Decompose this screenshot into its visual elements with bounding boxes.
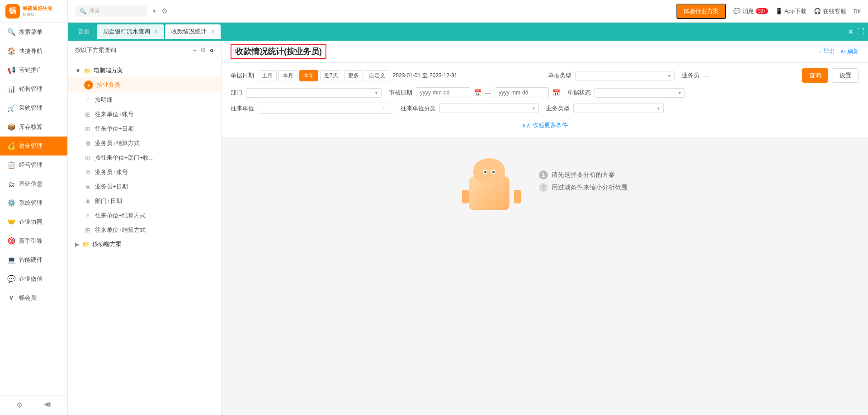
scheme-item-dept-date[interactable]: ◉ 部门+日期 bbox=[68, 194, 221, 208]
sidebar-item-hardware[interactable]: 💻 智能硬件 bbox=[0, 250, 67, 269]
tab-bank-flow[interactable]: 现金银行流水查询 × bbox=[97, 24, 164, 39]
grid-icon4: ⊞ bbox=[84, 226, 91, 234]
sidebar-item-member[interactable]: V 畅会员 bbox=[0, 288, 67, 307]
collapse-filter-btn[interactable]: ∧∧ 收起更多条件 bbox=[231, 118, 859, 132]
desktop-group-header[interactable]: ▼ 📁 电脑端方案 bbox=[68, 64, 221, 77]
query-button[interactable]: 查询 bbox=[802, 68, 828, 83]
tab-home[interactable]: 首页 bbox=[71, 24, 96, 39]
collapse-panel-btn[interactable]: « bbox=[210, 46, 214, 54]
sidebar-item-enterprise[interactable]: 🤝 企业协同 bbox=[0, 212, 67, 231]
user-name-btn[interactable]: Rit bbox=[854, 8, 861, 14]
sidebar-item-operation[interactable]: 📋 经营管理 bbox=[0, 156, 67, 174]
filter-row-3: 往来单位 ··· 往来单位分类 ▾ 业务类型 bbox=[231, 103, 859, 114]
app-download-btn[interactable]: 📱 App下载 bbox=[775, 7, 807, 15]
unit-select[interactable]: ··· bbox=[258, 103, 393, 114]
sidebar-nav: 🔍 搜索菜单 🏠 快捷导航 📢 营销推广 📊 销售管理 🛒 采购管理 📦 库存核… bbox=[0, 23, 67, 395]
footer-collapse-btn[interactable]: ◀▮ bbox=[44, 401, 51, 410]
date-separator: 至 bbox=[422, 72, 428, 80]
sidebar-item-sales[interactable]: 📊 销售管理 bbox=[0, 80, 67, 99]
sidebar-item-purchase[interactable]: 🛒 采购管理 bbox=[0, 99, 67, 118]
sidebar-item-wechat[interactable]: 💬 企业微信 bbox=[0, 269, 67, 288]
sidebar-item-marketing[interactable]: 📢 营销推广 bbox=[0, 61, 67, 80]
date-btn-custom[interactable]: 自定义 bbox=[365, 70, 389, 81]
header-settings-icon[interactable]: ⚙ bbox=[161, 7, 168, 15]
scheme-item-salesperson-date[interactable]: ◉ 业务员+日期 bbox=[68, 179, 221, 194]
filter-row-1: 单据日期 上月 本月 本年 近7天 更多 自定义 2023-01-01 至 bbox=[231, 68, 859, 83]
home-tab-label: 首页 bbox=[78, 28, 90, 36]
refresh-btn[interactable]: ↻ 刷新 bbox=[840, 47, 859, 56]
scheme-settings-btn[interactable]: ⚙ bbox=[200, 47, 206, 54]
content-area: 按以下方案查询 + ⚙ « ▼ 📁 电脑端方案 ● bbox=[68, 41, 868, 415]
unit-category-select[interactable]: ▾ bbox=[439, 104, 539, 113]
sidebar-item-quicknav[interactable]: 🏠 快捷导航 bbox=[0, 42, 67, 61]
date-btn-7days[interactable]: 近7天 bbox=[320, 70, 342, 81]
scheme-item-unit-account[interactable]: ⊞ 往来单位+账号 bbox=[68, 107, 221, 122]
date-btn-this-month[interactable]: 本月 bbox=[278, 70, 297, 81]
mobile-folder-icon: 📁 bbox=[82, 241, 90, 248]
salesperson-more-icon[interactable]: ··· bbox=[705, 72, 710, 79]
settings-button[interactable]: 设置 bbox=[832, 68, 859, 83]
scheme-item-salesperson-settle[interactable]: ▦ 业务员+结算方式 bbox=[68, 136, 221, 151]
scheme-item-by-detail[interactable]: ≡ 按明细 bbox=[68, 93, 221, 107]
scheme-item-unit-settle2[interactable]: ⊞ 往来单位+结算方式 bbox=[68, 223, 221, 237]
tab-close-all-icon[interactable]: ✕ bbox=[848, 28, 854, 36]
sidebar-item-search[interactable]: 🔍 搜索菜单 bbox=[0, 23, 67, 42]
scheme-item-label: 按业务员 bbox=[97, 81, 120, 89]
receipt-stats-tab-close[interactable]: × bbox=[211, 28, 214, 35]
sidebar-item-finance[interactable]: 💰 资金管理 bbox=[0, 137, 67, 156]
review-date-from-input[interactable] bbox=[416, 87, 470, 98]
empty-robot-illustration bbox=[462, 156, 521, 210]
receipt-stats-tab-label: 收款情况统计 bbox=[171, 28, 207, 36]
scheme-item-by-salesperson[interactable]: ● 按业务员 bbox=[68, 77, 221, 93]
date-btn-this-year[interactable]: 本年 bbox=[299, 70, 318, 81]
mobile-scheme-group: ▶ 📁 移动端方案 bbox=[68, 237, 221, 251]
desktop-group-label: 电脑端方案 bbox=[94, 66, 123, 75]
sidebar-item-system[interactable]: ⚙️ 系统管理 bbox=[0, 193, 67, 212]
scheme-item-label: 按明细 bbox=[95, 96, 113, 104]
sidebar-item-basic[interactable]: 🗂 基础信息 bbox=[0, 174, 67, 193]
business-type-select[interactable]: ▾ bbox=[573, 104, 664, 113]
date-btn-more[interactable]: 更多 bbox=[344, 70, 363, 81]
empty-hint-1: 1 请先选择要分析的方案 bbox=[539, 170, 627, 179]
review-date-to-input[interactable] bbox=[495, 87, 549, 98]
scheme-item-label: 业务员+账号 bbox=[95, 168, 128, 176]
collapse-icon: ∧∧ bbox=[522, 122, 531, 129]
salesperson-filter: 业务员 ··· bbox=[682, 71, 712, 80]
review-date-cal-icon[interactable]: 📅 bbox=[474, 89, 481, 96]
scheme-item-unit-date[interactable]: ⊞ 往来单位+日期 bbox=[68, 122, 221, 136]
trial-button[interactable]: 体验行业方案 bbox=[676, 4, 726, 19]
dept-select[interactable]: ▾ bbox=[246, 88, 382, 98]
date-to-value: 2023-12-31 bbox=[429, 72, 457, 79]
header-search-box[interactable]: 🔍 搜索 bbox=[75, 5, 147, 17]
scheme-item-unit-dept[interactable]: ⊞ 按往来单位+部门+收... bbox=[68, 151, 221, 165]
header-dropdown-icon[interactable]: ▾ bbox=[153, 8, 156, 14]
date-quick-buttons: 上月 本月 本年 近7天 更多 自定义 bbox=[258, 70, 389, 81]
messages-btn[interactable]: 💬 消息 99+ bbox=[733, 7, 768, 15]
mobile-group-header[interactable]: ▶ 📁 移动端方案 bbox=[68, 237, 221, 251]
doc-type-select[interactable]: ▾ bbox=[575, 71, 675, 80]
sidebar-item-guide[interactable]: 🎯 新手引导 bbox=[0, 231, 67, 250]
bank-flow-tab-close[interactable]: × bbox=[155, 28, 158, 35]
date-btn-last-month[interactable]: 上月 bbox=[258, 70, 277, 81]
scheme-item-salesperson-account[interactable]: ⊠ 业务员+账号 bbox=[68, 165, 221, 179]
scheme-item-unit-settle1[interactable]: ≡ 往来单位+结算方式 bbox=[68, 208, 221, 223]
unit-category-arrow: ▾ bbox=[533, 106, 535, 111]
review-date-cal-icon2[interactable]: 📅 bbox=[552, 89, 560, 96]
unit-more-icon[interactable]: ··· bbox=[382, 105, 387, 112]
refresh-icon: ↻ bbox=[840, 48, 845, 55]
doc-status-select[interactable]: ▾ bbox=[594, 88, 685, 98]
online-service-btn[interactable]: 🎧 在线客服 bbox=[814, 7, 846, 15]
doc-status-label: 单据状态 bbox=[567, 89, 591, 97]
tab-expand-icon[interactable]: ⛶ bbox=[857, 28, 864, 36]
home-icon: 🏠 bbox=[7, 47, 15, 55]
sidebar-item-inventory[interactable]: 📦 库存核算 bbox=[0, 118, 67, 137]
export-btn[interactable]: ↑ 导出 bbox=[819, 47, 835, 56]
footer-settings-btn[interactable]: ⚙ bbox=[16, 401, 23, 410]
date-label: 单据日期 bbox=[231, 71, 254, 80]
add-scheme-btn[interactable]: + bbox=[193, 47, 197, 54]
scheme-item-label: 往来单位+日期 bbox=[95, 125, 134, 133]
left-panel-title: 按以下方案查询 bbox=[75, 46, 116, 54]
tab-receipt-stats[interactable]: 收款情况统计 × bbox=[165, 24, 221, 39]
bar-icon: ▦ bbox=[84, 140, 91, 147]
doc-type-filter: 单据类型 ▾ bbox=[548, 71, 675, 80]
